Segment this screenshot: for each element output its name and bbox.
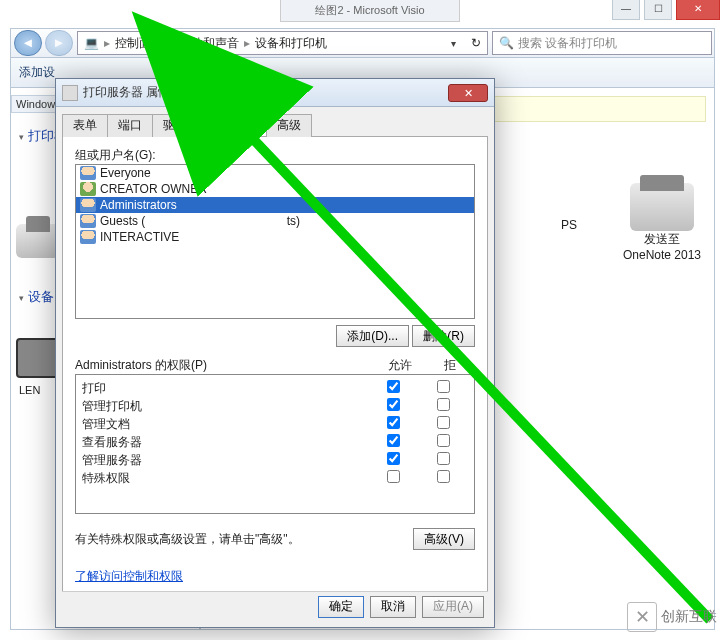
properties-dialog: 打印服务器 属性 ✕ 表单 端口 驱动程序 安全 高级 组或用户名(G): Ev… [55,78,495,628]
breadcrumb-2[interactable]: 设备和打印机 [255,35,327,52]
group-name-suffix: ts) [287,214,300,228]
breadcrumb-0[interactable]: 控制面板 [115,35,163,52]
search-icon: 🔍 [499,36,514,50]
perm-deny-header: 拒 [425,357,475,374]
device-ps[interactable]: PS [529,218,609,232]
group-icon [80,230,96,244]
permission-allow-checkbox[interactable] [387,470,400,483]
explorer-toolbar: ◄ ► 💻 ▸ 控制面板 ▸ 硬件和声音 ▸ 设备和打印机 ▾ ↻ 🔍 搜索 设… [10,28,715,58]
device-onenote[interactable]: 发送至 OneNote 2013 [622,183,702,262]
dialog-tabs: 表单 端口 驱动程序 安全 高级 [62,113,488,137]
close-button[interactable]: ✕ [676,0,720,20]
permission-row: 特殊权限 [82,469,468,487]
address-breadcrumb[interactable]: 💻 ▸ 控制面板 ▸ 硬件和声音 ▸ 设备和打印机 ▾ ↻ [77,31,488,55]
permission-allow-checkbox[interactable] [387,452,400,465]
group-row[interactable]: Administrators [76,197,474,213]
forward-button[interactable]: ► [45,30,73,56]
maximize-button[interactable]: ☐ [644,0,672,20]
back-button[interactable]: ◄ [14,30,42,56]
permission-deny-checkbox[interactable] [437,434,450,447]
permission-deny-checkbox[interactable] [437,380,450,393]
permission-name: 管理打印机 [82,398,368,415]
group-name: CREATOR OWNER [100,182,207,196]
permission-deny-checkbox[interactable] [437,452,450,465]
refresh-icon[interactable]: ↻ [471,36,481,50]
user-icon [80,182,96,196]
permission-deny-checkbox[interactable] [437,470,450,483]
permission-allow-checkbox[interactable] [387,380,400,393]
dialog-body: 组或用户名(G): EveryoneCREATOR OWNERAdministr… [62,137,488,597]
history-dropdown[interactable]: ▾ [451,38,467,49]
permission-row: 查看服务器 [82,433,468,451]
watermark-logo-icon: ✕ [627,602,657,632]
group-name: Guests ( [100,214,145,228]
advanced-button[interactable]: 高级(V) [413,528,475,550]
group-row[interactable]: CREATOR OWNER [76,181,474,197]
group-icon [80,214,96,228]
permission-row: 管理服务器 [82,451,468,469]
remove-button[interactable]: 删除(R) [412,325,475,347]
group-name: Administrators [100,198,177,212]
group-label: 组或用户名(G): [75,147,475,164]
permission-deny-checkbox[interactable] [437,416,450,429]
permission-name: 管理服务器 [82,452,368,469]
visio-title-bar: 绘图2 - Microsoft Visio [280,0,460,22]
dialog-close-button[interactable]: ✕ [448,84,488,102]
watermark-text: 创新互联 [661,608,717,626]
group-icon [80,198,96,212]
thumb-printer-icon [16,224,60,258]
perm-heading: Administrators 的权限(P) [75,357,375,374]
group-name: Everyone [100,166,151,180]
search-input[interactable]: 🔍 搜索 设备和打印机 [492,31,712,55]
tab-ports[interactable]: 端口 [107,114,153,137]
permission-row: 管理文档 [82,415,468,433]
minimize-button[interactable]: — [612,0,640,20]
group-row[interactable]: INTERACTIVE [76,229,474,245]
watermark: ✕ 创新互联 [627,602,717,632]
group-icon [80,166,96,180]
ok-button[interactable]: 确定 [318,596,364,618]
printer-icon [630,183,694,231]
computer-icon: 💻 [84,36,99,50]
dialog-titlebar[interactable]: 打印服务器 属性 ✕ [56,79,494,107]
permission-row: 管理打印机 [82,397,468,415]
tab-drivers[interactable]: 驱动程序 [152,114,222,137]
dialog-title: 打印服务器 属性 [83,84,170,101]
permissions-table: 打印管理打印机管理文档查看服务器管理服务器特殊权限 [75,374,475,514]
dialog-button-bar: 确定 取消 应用(A) [62,591,488,621]
permission-allow-checkbox[interactable] [387,416,400,429]
special-perm-text: 有关特殊权限或高级设置，请单击"高级"。 [75,531,413,548]
learn-link[interactable]: 了解访问控制和权限 [75,569,183,583]
breadcrumb-1[interactable]: 硬件和声音 [179,35,239,52]
permission-deny-checkbox[interactable] [437,398,450,411]
onenote-label: 发送至 OneNote 2013 [622,231,702,262]
group-row[interactable]: Guests (ts) [76,213,474,229]
permission-name: 特殊权限 [82,470,368,487]
permission-name: 打印 [82,380,368,397]
perm-allow-header: 允许 [375,357,425,374]
permission-allow-checkbox[interactable] [387,398,400,411]
dialog-icon [62,85,78,101]
add-device-label[interactable]: 添加设 [19,64,55,81]
tab-forms[interactable]: 表单 [62,114,108,137]
permission-name: 管理文档 [82,416,368,433]
permission-allow-checkbox[interactable] [387,434,400,447]
permission-name: 查看服务器 [82,434,368,451]
groups-listbox[interactable]: EveryoneCREATOR OWNERAdministratorsGuest… [75,164,475,319]
permission-row: 打印 [82,379,468,397]
apply-button[interactable]: 应用(A) [422,596,484,618]
tab-advanced[interactable]: 高级 [266,114,312,137]
group-row[interactable]: Everyone [76,165,474,181]
add-button[interactable]: 添加(D)... [336,325,409,347]
ps-label: PS [561,218,577,232]
search-placeholder: 搜索 设备和打印机 [518,35,617,52]
cancel-button[interactable]: 取消 [370,596,416,618]
group-name: INTERACTIVE [100,230,179,244]
tab-security[interactable]: 安全 [221,113,267,136]
